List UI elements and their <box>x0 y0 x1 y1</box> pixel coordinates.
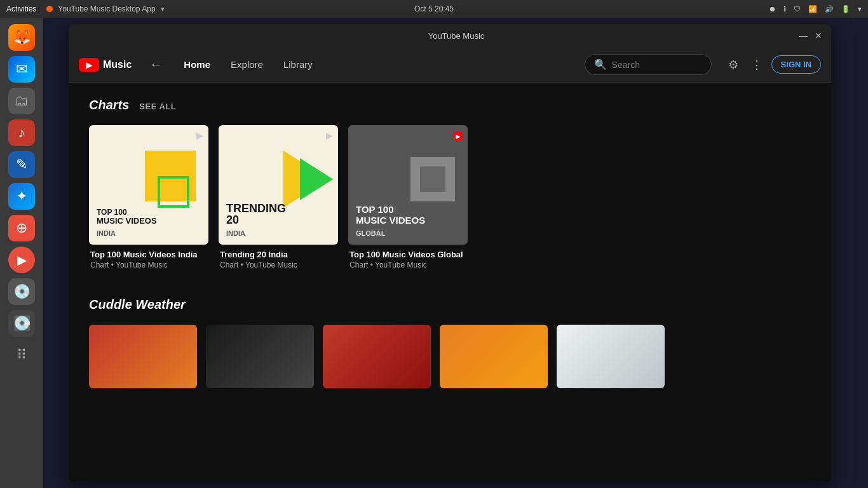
chart-card-info-global: Top 100 Music Videos Global Chart • YouT… <box>348 245 468 272</box>
writer-icon[interactable]: ✎ <box>8 151 35 178</box>
chart-card-india[interactable]: ▶ TOP 100 MUSIC VIDEOS INDIA Top 100 Mus… <box>89 125 208 272</box>
app-title-bar: YouTube Music Desktop App ▾ <box>46 4 164 13</box>
global-label: GLOBAL <box>356 229 460 237</box>
red-player-icon[interactable]: ▶ <box>8 247 35 273</box>
chart-thumb-global: ▶ TOP 100 MUSIC VIDEOS GLOBAL <box>348 125 468 245</box>
firefox-icon[interactable]: 🦊 <box>8 24 35 51</box>
play-triangle-outline <box>300 158 333 200</box>
nav-bar: ▶ Music ← Home Explore Library 🔍 ⚙ ⋮ SIG… <box>69 47 831 83</box>
close-button[interactable]: ✕ <box>813 30 824 41</box>
trending-play-shape <box>283 151 328 208</box>
see-all-button[interactable]: SEE ALL <box>139 102 176 111</box>
chart-card-subtitle-trending: Chart • YouTube Music <box>220 261 337 269</box>
search-input[interactable] <box>612 60 701 70</box>
chart-thumb-india: ▶ TOP 100 MUSIC VIDEOS INDIA <box>89 125 208 245</box>
search-icon: 🔍 <box>594 58 607 71</box>
disk-icon[interactable]: 💿 <box>8 278 35 305</box>
cuddle-card-2[interactable] <box>206 325 314 388</box>
nav-library[interactable]: Library <box>275 55 322 74</box>
rhythmbox-icon[interactable]: ♪ <box>8 119 35 146</box>
cuddle-section-header: Cuddle Weather <box>89 297 811 312</box>
nav-links: Home Explore Library <box>175 55 321 74</box>
info-icon: ℹ <box>783 5 786 13</box>
nav-explore[interactable]: Explore <box>222 55 272 74</box>
trending-india-label: INDIA <box>226 229 330 237</box>
cuddle-cards-row <box>89 325 811 388</box>
blue-app-icon[interactable]: ✦ <box>8 183 35 210</box>
app-name-label: YouTube Music Desktop App <box>58 4 155 13</box>
chart-card-subtitle-india: Chart • YouTube Music <box>90 261 207 269</box>
app-dock: 🦊 ✉ 🗂 ♪ ✎ ✦ ⊕ ▶ 💿 💽 ⠿ <box>0 18 43 488</box>
global-subtext: MUSIC VIDEOS <box>356 215 425 226</box>
chart-card-info-india: Top 100 Music Videos India Chart • YouTu… <box>89 245 208 272</box>
cuddle-thumb-1 <box>89 325 197 388</box>
content-area: Charts SEE ALL ▶ TOP 100 MUSIC VIDEOS IN… <box>69 83 831 482</box>
settings-icon[interactable]: ⚙ <box>724 54 742 76</box>
minimize-button[interactable]: — <box>798 30 808 41</box>
chart-card-subtitle-global: Chart • YouTube Music <box>349 261 466 269</box>
global-shape2 <box>420 166 445 192</box>
record-icon: ⏺ <box>769 5 776 13</box>
cuddle-title: Cuddle Weather <box>89 297 186 312</box>
cuddle-thumb-2 <box>206 325 314 388</box>
nav-actions: ⚙ ⋮ SIGN IN <box>724 54 821 76</box>
grid-icon[interactable]: ⠿ <box>8 342 35 369</box>
app-window: YouTube Music — ✕ ▶ Music ← Home Explore… <box>69 24 831 482</box>
nav-home[interactable]: Home <box>175 55 219 74</box>
cuddle-thumb-4 <box>440 325 548 388</box>
cuddle-card-1[interactable] <box>89 325 197 388</box>
system-bar: Activities YouTube Music Desktop App ▾ O… <box>0 0 868 18</box>
search-bar[interactable]: 🔍 <box>585 54 712 75</box>
expand-icon: ▾ <box>858 5 862 13</box>
yt-logo-icon: ▶ <box>79 58 99 72</box>
cuddle-thumb-5 <box>557 325 665 388</box>
window-controls: — ✕ <box>798 30 824 41</box>
india-shape2 <box>158 176 189 208</box>
yt-red-badge: ▶ <box>454 132 463 140</box>
chart-card-title-trending: Trending 20 India <box>220 250 337 259</box>
charts-section-header: Charts SEE ALL <box>89 98 811 112</box>
chart-card-title-global: Top 100 Music Videos Global <box>349 250 466 259</box>
window-titlebar: YouTube Music — ✕ <box>69 24 831 47</box>
disk2-icon[interactable]: 💽 <box>8 310 35 337</box>
charts-title: Charts <box>89 98 129 112</box>
activities-button[interactable]: Activities <box>6 4 36 13</box>
india-label: INDIA <box>97 229 116 237</box>
files-icon[interactable]: 🗂 <box>8 88 35 114</box>
more-options-icon[interactable]: ⋮ <box>747 54 766 76</box>
trending-text: TRENDING <box>226 203 286 214</box>
cuddle-card-4[interactable] <box>440 325 548 388</box>
datetime-label: Oct 5 20:45 <box>414 4 454 13</box>
shield-icon: 🛡 <box>794 5 801 13</box>
app-dot <box>46 6 53 12</box>
global-text: TOP 100 <box>356 205 425 215</box>
wifi-icon: 📶 <box>808 5 817 13</box>
chart-thumb-trending: ▶ TRENDING 20 INDIA <box>219 125 338 245</box>
youtube-icon-trending: ▶ <box>326 130 333 140</box>
youtube-icon-global: ▶ <box>454 130 463 140</box>
chart-card-info-trending: Trending 20 India Chart • YouTube Music <box>219 245 338 272</box>
sign-in-button[interactable]: SIGN IN <box>771 55 821 74</box>
yt-logo-text: Music <box>103 59 132 71</box>
chart-card-title-india: Top 100 Music Videos India <box>90 250 207 259</box>
chart-card-global[interactable]: ▶ TOP 100 MUSIC VIDEOS GLOBAL Top 100 Mu… <box>348 125 468 272</box>
youtube-music-logo: ▶ Music <box>79 58 132 72</box>
window-title-label: YouTube Music <box>114 31 798 41</box>
cuddle-card-3[interactable] <box>323 325 431 388</box>
trending-number: 20 <box>226 214 286 226</box>
volume-icon: 🔊 <box>825 5 834 13</box>
youtube-icon-white: ▶ <box>196 130 203 140</box>
cuddle-thumb-3 <box>323 325 431 388</box>
lifesaver-icon[interactable]: ⊕ <box>8 215 35 241</box>
chart-card-trending[interactable]: ▶ TRENDING 20 INDIA Trending 20 India Ch… <box>219 125 338 272</box>
back-button[interactable]: ← <box>147 55 165 74</box>
cuddle-card-5[interactable] <box>557 325 665 388</box>
battery-icon: 🔋 <box>841 5 850 13</box>
thunderbird-icon[interactable]: ✉ <box>8 56 35 83</box>
charts-cards-row: ▶ TOP 100 MUSIC VIDEOS INDIA Top 100 Mus… <box>89 125 811 272</box>
chevron-down-icon[interactable]: ▾ <box>161 5 165 13</box>
